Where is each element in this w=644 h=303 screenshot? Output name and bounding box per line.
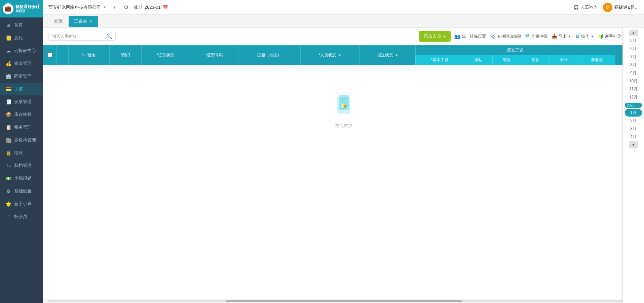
th-performance: 绩效 — [493, 55, 521, 65]
sidebar-item-fund[interactable]: 💰 资金管理 — [0, 57, 43, 70]
export-action[interactable]: 📤 导出 ▼ — [552, 34, 571, 39]
user-name: 畅捷通B组... — [614, 4, 639, 10]
cal-month-2[interactable]: 2月 — [625, 117, 642, 125]
sidebar-item-label: 小畅报销 — [14, 175, 32, 181]
member-icon: ♡ — [5, 214, 11, 219]
operations-action[interactable]: ⚙ 操作 ▼ — [575, 34, 594, 39]
report-status-filter-icon[interactable]: ▼ — [395, 53, 398, 57]
sidebar-item-fixed-assets[interactable]: 🏢 固定资产 — [0, 70, 43, 83]
sidebar-item-salary[interactable]: 💳 工资 — [0, 83, 43, 95]
th-deduction: 扣款 — [521, 55, 550, 65]
sidebar-item-archive[interactable]: 🗂 归档管理 — [0, 159, 43, 172]
cal-month-4[interactable]: 4月 — [625, 133, 642, 141]
cal-month-7[interactable]: 7月 — [625, 53, 642, 61]
tab-home[interactable]: 首页 — [48, 16, 68, 27]
sidebar-item-inventory[interactable]: 📦 库存核算 — [0, 108, 43, 121]
logo-icon: 💼 — [3, 3, 13, 14]
support-button[interactable]: 🎧 人工咨询 — [573, 4, 598, 10]
th-emp-status: *人员状态 ▼ — [300, 45, 359, 65]
special-deduct-action[interactable]: 📎 专项附加扣除 — [490, 34, 521, 39]
select-all-checkbox[interactable] — [47, 52, 52, 57]
social-settings-label: 统一社保设置 — [462, 34, 486, 39]
headset-icon: 🎧 — [573, 5, 579, 10]
scroll-track — [48, 300, 639, 302]
calendar-icon[interactable]: 📅 — [163, 5, 168, 10]
table-header-row1: ⇅ *姓名 *部门 *证型类型 *证型号码 国籍（地区） — [43, 45, 644, 55]
th-nationality-label: 国籍（地区） — [257, 53, 281, 57]
export-icon: 📤 — [552, 34, 557, 39]
company-selector[interactable]: 西安虾米网络科技有限公司 ▼ — [48, 4, 106, 10]
user-info[interactable]: 畅 畅捷通B组... — [603, 3, 639, 12]
search-input[interactable] — [52, 34, 104, 39]
guide-icon: 🌟 — [5, 201, 11, 207]
export-arrow-icon: ▼ — [568, 35, 571, 38]
sidebar-item-member[interactable]: ♡ 畅会员 — [0, 210, 43, 223]
toolbar: 🔍 添加人员 ▼ 👥 统一社保设置 📎 专项附加扣除 🏛 个税申报 — [43, 28, 644, 45]
sidebar-item-label: 总账 — [14, 35, 23, 41]
invoice-icon: 🧾 — [5, 99, 11, 104]
cal-month-6[interactable]: 6月 — [625, 45, 642, 53]
cal-month-8[interactable]: 8月 — [625, 61, 642, 69]
operations-arrow-icon: ▼ — [591, 35, 594, 38]
company-name: 西安虾米网络科技有限公司 — [48, 4, 101, 10]
sidebar-item-label: 工资 — [14, 86, 23, 92]
calendar-down-button[interactable]: ▼ — [629, 141, 638, 148]
cal-month-10[interactable]: 10月 — [625, 77, 642, 85]
th-total-label: 合计 — [560, 57, 568, 62]
sidebar-item-home[interactable]: ⊞ 首页 — [0, 19, 43, 32]
th-nationality: 国籍（地区） — [238, 45, 300, 65]
sidebar-item-label: 多机构管理 — [14, 137, 36, 143]
th-name-label: ⇅ *姓名 — [82, 53, 96, 57]
emp-status-filter-icon[interactable]: ▼ — [338, 53, 341, 57]
sidebar-item-label: 云报表中心 — [14, 48, 36, 54]
account-period: 账期 2023-01 📅 — [134, 4, 168, 10]
sidebar-item-closing[interactable]: 🔒 结账 — [0, 146, 43, 159]
cal-month-3[interactable]: 3月 — [625, 125, 642, 133]
scroll-bar[interactable] — [43, 299, 644, 303]
tab-salary-table[interactable]: 工资表 ✕ — [69, 16, 98, 27]
th-dept: *部门 — [110, 45, 142, 65]
search-icon[interactable]: 🔍 — [106, 34, 112, 39]
sidebar-item-expense[interactable]: 💵 小畅报销 — [0, 172, 43, 185]
th-name: ⇅ *姓名 — [68, 45, 109, 65]
cal-month-12[interactable]: 12月 — [625, 93, 642, 101]
special-deduct-icon: 📎 — [490, 34, 496, 39]
sidebar-item-settings[interactable]: ⚙ 基础设置 — [0, 185, 43, 198]
add-person-button[interactable]: 添加人员 ▼ — [419, 31, 451, 42]
sidebar-item-label: 首页 — [14, 22, 23, 28]
empty-icon: 😐 — [330, 92, 357, 119]
sidebar-item-label: 归档管理 — [14, 163, 32, 169]
archive-icon: 🗂 — [5, 163, 11, 168]
settings-gear-icon[interactable]: ⚙ — [122, 3, 130, 12]
new-guide-action[interactable]: 🔰 新手引导 — [598, 34, 621, 39]
th-total: 合计 — [550, 55, 578, 65]
svg-rect-2 — [340, 98, 347, 99]
export-label: 导出 — [559, 34, 567, 39]
personal-tax-label: 个税申报 — [531, 34, 547, 39]
table-wrap: ⇅ *姓名 *部门 *证型类型 *证型号码 国籍（地区） — [43, 45, 644, 299]
multi-org-icon: 🏬 — [5, 137, 11, 143]
personal-tax-action[interactable]: 🏛 个税申报 — [525, 34, 547, 39]
close-tab-icon[interactable]: ✕ — [89, 19, 92, 24]
th-report-status: 报送状态 ▼ — [359, 45, 415, 65]
cal-month-11[interactable]: 11月 — [625, 85, 642, 93]
sidebar-item-cloud-report[interactable]: ☁ 云报表中心 — [0, 44, 43, 57]
sidebar-item-label: 税务管理 — [14, 124, 32, 130]
cal-month-5[interactable]: 5月 — [625, 37, 642, 45]
cal-month-1[interactable]: 1月 — [625, 109, 642, 117]
top-bar-right: 🎧 人工咨询 畅 畅捷通B组... — [573, 3, 639, 12]
checkbox-header — [43, 45, 56, 65]
calendar-up-button[interactable]: ▲ — [629, 30, 638, 36]
th-emp-no — [56, 45, 68, 65]
th-emp-status-label: *人员状态 — [318, 53, 336, 57]
social-settings-action[interactable]: 👥 统一社保设置 — [455, 34, 486, 39]
sidebar-item-multi-org[interactable]: 🏬 多机构管理 — [0, 134, 43, 146]
sidebar-item-guide[interactable]: 🌟 新手引导 — [0, 198, 43, 210]
add-company-button[interactable]: ＋ — [110, 2, 118, 12]
sidebar-item-tax[interactable]: 📋 税务管理 — [0, 121, 43, 134]
sidebar-item-invoice[interactable]: 🧾 发票管理 — [0, 95, 43, 108]
closing-icon: 🔒 — [5, 150, 11, 156]
cal-month-9[interactable]: 9月 — [625, 69, 642, 77]
sidebar-item-ledger[interactable]: 📒 总账 — [0, 32, 43, 44]
sidebar-item-label: 畅会员 — [14, 214, 27, 220]
